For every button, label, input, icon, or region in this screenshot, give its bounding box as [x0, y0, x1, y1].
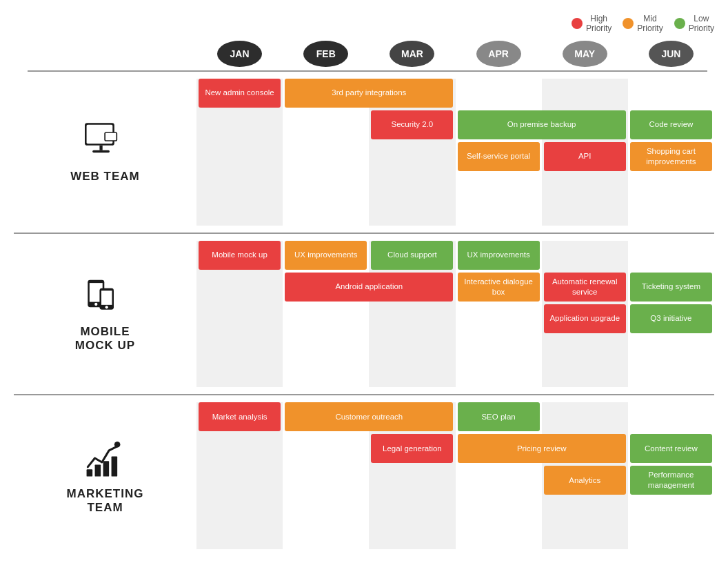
task-bar-0-3[interactable]: On premise backup [458, 110, 626, 139]
team-section-2: MARKETING TEAM Market analysisCustomer o… [14, 395, 714, 556]
page: High Priority Mid Priority Low Priority … [0, 0, 728, 563]
legend-dot-low [674, 18, 685, 29]
task-bar-0-7[interactable]: Shopping cart improvements [630, 142, 712, 171]
marketing-icon [81, 437, 130, 479]
svg-rect-14 [94, 464, 101, 476]
svg-point-8 [94, 303, 97, 306]
task-bar-2-6[interactable]: Analytics [544, 466, 626, 495]
svg-rect-5 [105, 133, 116, 140]
svg-rect-2 [99, 146, 102, 150]
task-bar-1-6[interactable]: Automatic renewal service [544, 273, 626, 302]
task-bar-2-1[interactable]: Customer outreach [285, 402, 453, 431]
task-bar-1-4[interactable]: Android application [285, 273, 453, 302]
svg-point-11 [105, 306, 108, 308]
months-row: JANFEBMARAPRMAYJUN [196, 41, 714, 67]
legend-label-low: Low Priority [689, 14, 714, 34]
svg-rect-10 [101, 290, 112, 305]
timeline-area: JANFEBMARAPRMAYJUN WEB TEAM New admin co… [14, 41, 714, 556]
task-bar-1-3[interactable]: UX improvements [458, 241, 540, 270]
legend-dot-high [572, 18, 583, 29]
mobile-icon [81, 275, 130, 317]
team-grid-2: Market analysisCustomer outreachSEO plan… [196, 395, 714, 556]
team-section-1: MOBILE MOCK UP Mobile mock upUX improvem… [14, 234, 714, 396]
team-label-1: MOBILE MOCK UP [14, 234, 196, 395]
legend-label-high: High Priority [586, 14, 611, 34]
task-bar-0-4[interactable]: Code review [630, 110, 712, 139]
month-col-may: MAY [542, 41, 628, 67]
web-icon [81, 120, 130, 161]
svg-rect-13 [86, 469, 92, 476]
legend-dot-mid [623, 18, 634, 29]
team-name-0: WEB TEAM [70, 170, 140, 184]
team-label-2: MARKETING TEAM [14, 395, 196, 556]
task-bar-2-4[interactable]: Pricing review [458, 434, 626, 463]
month-col-jan: JAN [196, 41, 283, 67]
task-bar-1-2[interactable]: Cloud support [371, 241, 453, 270]
task-bar-1-5[interactable]: Interactive dialogue box [458, 273, 540, 302]
task-bar-2-7[interactable]: Performance management [630, 466, 712, 495]
task-bar-2-2[interactable]: SEO plan [458, 402, 540, 431]
legend-item-mid: Mid Priority [623, 14, 663, 34]
month-col-apr: APR [456, 41, 542, 67]
task-bar-1-8[interactable]: Application upgrade [544, 304, 626, 333]
month-bubble-mar: MAR [390, 41, 434, 67]
month-bubble-jun: JUN [649, 41, 694, 67]
team-icon-0 [81, 120, 130, 164]
task-bar-1-7[interactable]: Ticketing system [630, 273, 712, 302]
team-section-0: WEB TEAM New admin console3rd party inte… [14, 72, 714, 234]
team-name-1: MOBILE MOCK UP [75, 325, 135, 353]
task-bar-2-0[interactable]: Market analysis [199, 402, 281, 431]
svg-rect-3 [92, 150, 110, 152]
legend: High Priority Mid Priority Low Priority [572, 14, 714, 34]
month-col-feb: FEB [283, 41, 369, 67]
team-grid-0: New admin console3rd party integrationsS… [196, 72, 714, 233]
svg-rect-16 [111, 456, 117, 476]
header: High Priority Mid Priority Low Priority [14, 14, 714, 34]
task-bar-1-9[interactable]: Q3 initiative [630, 304, 712, 333]
svg-rect-15 [103, 461, 109, 476]
month-bubble-jan: JAN [217, 41, 262, 67]
task-bar-0-0[interactable]: New admin console [199, 79, 281, 108]
svg-point-12 [114, 442, 120, 448]
month-bubble-may: MAY [563, 41, 607, 67]
task-bar-0-2[interactable]: Security 2.0 [371, 110, 453, 139]
task-bar-0-1[interactable]: 3rd party integrations [285, 79, 453, 108]
team-icon-2 [81, 437, 130, 482]
task-bar-0-6[interactable]: API [544, 142, 626, 171]
task-bar-2-5[interactable]: Content review [630, 434, 712, 463]
team-grid-1: Mobile mock upUX improvementsCloud suppo… [196, 234, 714, 395]
month-bubble-apr: APR [476, 41, 521, 67]
month-bubble-feb: FEB [303, 41, 348, 67]
team-label-0: WEB TEAM [14, 72, 196, 233]
legend-item-low: Low Priority [674, 14, 714, 34]
task-bar-0-5[interactable]: Self-service portal [458, 142, 540, 171]
legend-label-mid: Mid Priority [637, 14, 663, 34]
task-bar-1-1[interactable]: UX improvements [285, 241, 367, 270]
team-icon-1 [81, 275, 130, 319]
legend-item-high: High Priority [572, 14, 611, 34]
teams-area: WEB TEAM New admin console3rd party inte… [14, 72, 714, 556]
team-name-2: MARKETING TEAM [67, 487, 144, 515]
month-col-mar: MAR [369, 41, 455, 67]
month-col-jun: JUN [628, 41, 714, 67]
task-bar-1-0[interactable]: Mobile mock up [199, 241, 281, 270]
task-bar-2-3[interactable]: Legal generation [371, 434, 453, 463]
